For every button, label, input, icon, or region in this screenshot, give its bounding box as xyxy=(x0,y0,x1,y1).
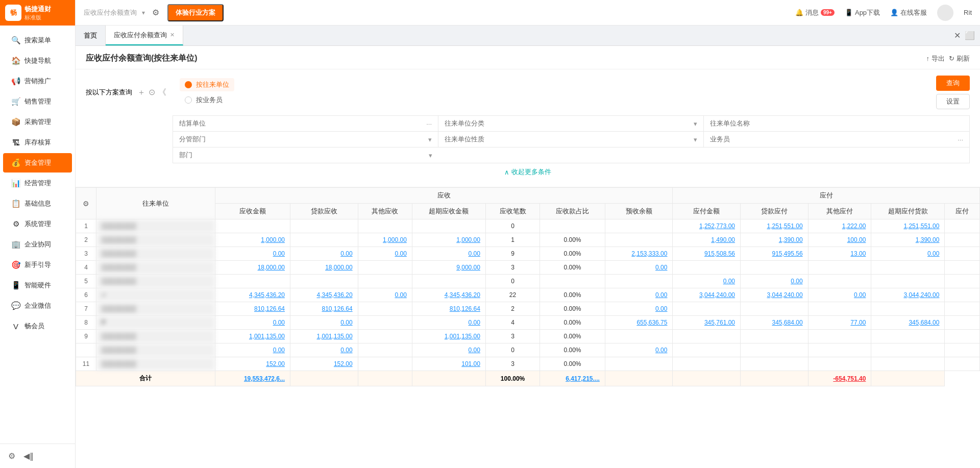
row-ar-loan[interactable] xyxy=(290,233,358,247)
row-ap-loan[interactable] xyxy=(741,343,808,357)
row-ar-overdue[interactable]: 0.00 xyxy=(412,316,485,330)
row-ar-overdue[interactable]: 1,000.00 xyxy=(412,233,485,247)
row-ap-loan[interactable] xyxy=(741,357,808,371)
row-ar-loan[interactable]: 4,345,436.20 xyxy=(290,288,358,302)
filter-settlement-input[interactable] xyxy=(209,120,423,128)
app-download-btn[interactable]: 📱 App下载 xyxy=(845,8,880,17)
row-ap-other[interactable] xyxy=(808,343,871,357)
row-ar-other[interactable]: 0.00 xyxy=(358,247,412,261)
row-ar-advance[interactable]: 0.00 xyxy=(605,288,673,302)
row-ap-amount[interactable] xyxy=(673,357,741,371)
sidebar-item-member[interactable]: V 畅会员 xyxy=(3,316,72,336)
row-ap-overdue[interactable] xyxy=(871,261,945,275)
row-ar-other[interactable] xyxy=(358,219,412,233)
row-ap-amount[interactable]: 3,044,240.00 xyxy=(673,288,741,302)
filter-partner-nature-input[interactable] xyxy=(487,136,691,143)
row-ap-amount[interactable] xyxy=(673,343,741,357)
row-ar-overdue[interactable]: 101.00 xyxy=(412,357,485,371)
row-ap-overdue[interactable]: 1,390.00 xyxy=(871,233,945,247)
row-ar-loan[interactable]: 0.00 xyxy=(290,316,358,330)
row-ap-loan[interactable] xyxy=(741,330,808,343)
row-ar-amount[interactable]: 18,000.00 xyxy=(215,261,290,275)
row-ap-loan[interactable]: 1,390.00 xyxy=(741,233,808,247)
row-ap-amount[interactable] xyxy=(673,302,741,316)
row-ap-loan[interactable] xyxy=(741,302,808,316)
row-ap-overdue[interactable] xyxy=(871,302,945,316)
row-ap-amount[interactable]: 0.00 xyxy=(673,275,741,288)
row-ar-loan[interactable] xyxy=(290,275,358,288)
row-ar-amount[interactable]: 1,001,135.00 xyxy=(215,330,290,343)
refresh-btn[interactable]: ↻ 刷新 xyxy=(949,54,970,63)
row-ap-overdue[interactable]: 3,044,240.00 xyxy=(871,288,945,302)
row-ar-amount[interactable]: 810,126.64 xyxy=(215,302,290,316)
row-ar-loan[interactable]: 18,000.00 xyxy=(290,261,358,275)
query-button[interactable]: 查询 xyxy=(936,76,970,91)
footer-ar-total[interactable]: 19,553,472,6... xyxy=(215,371,290,386)
sidebar-item-search[interactable]: 🔍 搜索菜单 xyxy=(3,31,72,50)
filter-dept-manage-chevron-icon[interactable]: ▾ xyxy=(428,136,432,143)
row-ap-other[interactable] xyxy=(808,275,871,288)
row-ar-overdue[interactable]: 0.00 xyxy=(412,343,485,357)
filter-dept-chevron-icon[interactable]: ▾ xyxy=(429,152,432,159)
sidebar-item-corp[interactable]: 🏢 企业协同 xyxy=(3,235,72,254)
row-ar-advance[interactable]: 0.00 xyxy=(605,343,673,357)
row-ar-other[interactable] xyxy=(358,302,412,316)
row-ap-amount[interactable] xyxy=(673,330,741,343)
sidebar-item-quick-nav[interactable]: 🏠 快捷导航 xyxy=(3,51,72,70)
row-ar-amount[interactable] xyxy=(215,219,290,233)
sidebar-item-hardware[interactable]: 📱 智能硬件 xyxy=(3,276,72,295)
row-ar-other[interactable] xyxy=(358,316,412,330)
row-ar-other[interactable] xyxy=(358,275,412,288)
view-option-by-unit[interactable]: 按往来单位 xyxy=(180,78,234,91)
row-ar-amount[interactable]: 0.00 xyxy=(215,316,290,330)
row-ar-amount[interactable]: 0.00 xyxy=(215,247,290,261)
row-ar-other[interactable]: 1,000.00 xyxy=(358,233,412,247)
row-ar-overdue[interactable]: 0.00 xyxy=(412,247,485,261)
tab-ar-ap[interactable]: 应收应付余额查询 ✕ xyxy=(106,26,183,45)
row-ap-overdue[interactable]: 1,251,551.00 xyxy=(871,219,945,233)
row-ar-overdue[interactable]: 1,001,135.00 xyxy=(412,330,485,343)
filter-add-btn[interactable]: ＋ xyxy=(137,87,145,98)
notifications-btn[interactable]: 🔔 消息 99+ xyxy=(795,8,835,17)
row-ap-loan[interactable]: 0.00 xyxy=(741,275,808,288)
row-ar-advance[interactable]: 655,636.75 xyxy=(605,316,673,330)
tab-close-window-icon[interactable]: ✕ xyxy=(954,31,961,40)
tab-close-icon[interactable]: ✕ xyxy=(170,32,175,38)
row-ap-other[interactable]: 77.00 xyxy=(808,316,871,330)
row-ap-other[interactable]: 13.00 xyxy=(808,247,871,261)
sidebar-item-sales[interactable]: 🛒 销售管理 xyxy=(3,92,72,111)
row-ar-loan[interactable]: 152.00 xyxy=(290,357,358,371)
row-ap-loan[interactable]: 345,684.00 xyxy=(741,316,808,330)
promo-button[interactable]: 体验行业方案 xyxy=(167,4,224,21)
row-ap-loan[interactable]: 915,495.56 xyxy=(741,247,808,261)
row-ap-amount[interactable] xyxy=(673,261,741,275)
row-ap-overdue[interactable] xyxy=(871,330,945,343)
filter-settings-btn[interactable]: ⊙ xyxy=(149,87,155,98)
row-ar-other[interactable] xyxy=(358,343,412,357)
filter-salesperson-dots-icon[interactable]: ··· xyxy=(958,136,963,143)
tab-home[interactable]: 首页 xyxy=(76,26,106,45)
row-ar-loan[interactable]: 0.00 xyxy=(290,247,358,261)
row-ar-other[interactable] xyxy=(358,357,412,371)
filter-salesperson-input[interactable] xyxy=(733,136,954,143)
row-ap-amount[interactable]: 915,508.56 xyxy=(673,247,741,261)
table-container[interactable]: ⚙ 往来单位 应收 应付 应收金额 贷款应收 其他应收 超 xyxy=(76,187,980,451)
row-ar-amount[interactable]: 1,000.00 xyxy=(215,233,290,247)
row-ap-other[interactable] xyxy=(808,302,871,316)
row-ap-other[interactable]: 1,222.00 xyxy=(808,219,871,233)
sidebar-item-marketing[interactable]: 📢 营销推广 xyxy=(3,71,72,91)
footer-ap-overdue[interactable]: -654,751.40 xyxy=(808,371,871,386)
sidebar-item-base[interactable]: 📋 基础信息 xyxy=(3,194,72,213)
footer-ar-advance[interactable]: 6,417,215.... xyxy=(540,371,605,386)
sidebar-item-finance[interactable]: 💰 资金管理 xyxy=(3,153,72,173)
row-ap-amount[interactable]: 1,252,773.00 xyxy=(673,219,741,233)
row-ar-overdue[interactable] xyxy=(412,275,485,288)
row-ap-overdue[interactable] xyxy=(871,357,945,371)
row-ar-advance[interactable] xyxy=(605,330,673,343)
topbar-gear-icon[interactable]: ⚙ xyxy=(152,8,159,17)
row-ap-other[interactable] xyxy=(808,261,871,275)
export-btn[interactable]: ↑ 导出 xyxy=(926,54,945,63)
row-ap-other[interactable]: 100.00 xyxy=(808,233,871,247)
row-ar-other[interactable]: 0.00 xyxy=(358,288,412,302)
filter-settlement-dots-icon[interactable]: ··· xyxy=(426,120,432,128)
